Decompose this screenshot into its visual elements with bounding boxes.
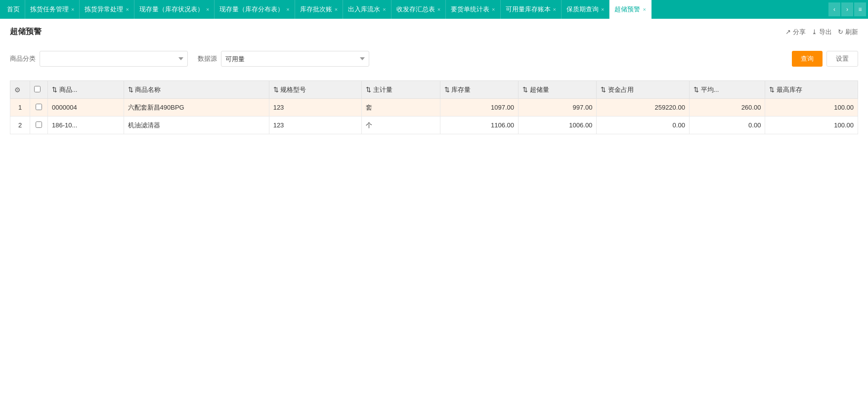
category-filter-group: 商品分类 — [10, 51, 188, 67]
row-spec: 123 — [269, 99, 362, 117]
row-gear-cell: 1 — [10, 99, 30, 117]
header-actions: ↗ 分享 ⤓ 导出 ↻ 刷新 — [785, 28, 858, 37]
category-label: 商品分类 — [10, 54, 36, 63]
tab-close-stock-status[interactable]: × — [206, 6, 209, 12]
tab-stock-dist[interactable]: 现存量（库存分布表）× — [215, 0, 295, 19]
col-stock-header[interactable]: ⇅ 库存量 — [440, 81, 518, 99]
top-nav: 首页拣货任务管理×拣货异常处理×现存量（库存状况表）×现存量（库存分布表）×库存… — [0, 0, 868, 19]
row-checkbox[interactable] — [36, 121, 42, 128]
nav-more-button[interactable]: ≡ — [854, 2, 866, 16]
col-product-code-header[interactable]: ⇅ 商品... — [48, 81, 124, 99]
export-icon: ⤓ — [812, 28, 817, 36]
tab-quality[interactable]: 保质期查询× — [562, 0, 609, 19]
page-title: 超储预警 — [10, 27, 42, 37]
export-button[interactable]: ⤓ 导出 — [812, 28, 832, 37]
col-spec-header[interactable]: ⇅ 规格型号 — [269, 81, 362, 99]
tab-close-task-mgmt[interactable]: × — [71, 6, 74, 12]
tab-close-abnormal[interactable]: × — [126, 6, 129, 12]
tab-close-quality[interactable]: × — [601, 6, 604, 12]
tab-avail-stock[interactable]: 可用量库存账本× — [501, 0, 562, 19]
tab-close-stock-dist[interactable]: × — [286, 6, 289, 12]
tab-close-order-stat[interactable]: × — [492, 6, 495, 12]
tab-close-batch[interactable]: × — [335, 6, 338, 12]
tab-batch[interactable]: 库存批次账× — [295, 0, 343, 19]
tab-close-avail-stock[interactable]: × — [553, 6, 556, 12]
tab-abnormal[interactable]: 拣货异常处理× — [80, 0, 134, 19]
col-gear-header: ⚙ — [10, 81, 30, 99]
col-capital-header[interactable]: ⇅ 资金占用 — [597, 81, 690, 99]
table-row: 1 0000004 六配套新昌490BPG 123 套 1097.00 997.… — [10, 99, 858, 117]
refresh-button[interactable]: ↻ 刷新 — [838, 28, 858, 37]
share-button[interactable]: ↗ 分享 — [785, 28, 806, 37]
query-button[interactable]: 查询 — [792, 51, 823, 67]
row-spec: 123 — [269, 117, 362, 134]
nav-next-button[interactable]: › — [841, 2, 853, 16]
table-container: ⚙ ⇅ 商品... ⇅ 商品名称 ⇅ 规格型号 ⇅ 主计量 — [10, 80, 858, 134]
col-avg-header[interactable]: ⇅ 平均... — [689, 81, 765, 99]
table-header-row: ⚙ ⇅ 商品... ⇅ 商品名称 ⇅ 规格型号 ⇅ 主计量 — [10, 81, 858, 99]
row-checkbox[interactable] — [36, 104, 42, 110]
col-check-header — [30, 81, 48, 99]
tab-close-collect[interactable]: × — [437, 6, 440, 12]
row-product-code: 186-10... — [48, 117, 124, 134]
filter-area: 商品分类 数据源 可用量 库存量 查询 设置 — [10, 45, 858, 73]
col-unit-header[interactable]: ⇅ 主计量 — [362, 81, 440, 99]
col-overstock-header[interactable]: ⇅ 超储量 — [518, 81, 596, 99]
tab-order-stat[interactable]: 要货单统计表× — [446, 0, 500, 19]
tab-overstock[interactable]: 超储预警× — [609, 0, 651, 19]
row-overstock: 997.00 — [518, 99, 596, 117]
tab-task-mgmt[interactable]: 拣货任务管理× — [25, 0, 80, 19]
refresh-icon: ↻ — [838, 28, 843, 36]
settings-button[interactable]: 设置 — [826, 51, 858, 67]
tab-inout[interactable]: 出入库流水× — [343, 0, 391, 19]
datasource-select[interactable]: 可用量 库存量 — [221, 51, 369, 67]
select-all-checkbox[interactable] — [34, 86, 41, 92]
row-unit: 套 — [362, 99, 440, 117]
row-avg: 260.00 — [689, 99, 765, 117]
row-stock: 1106.00 — [440, 117, 518, 134]
table-row: 2 186-10... 机油滤清器 123 个 1106.00 1006.00 … — [10, 117, 858, 134]
share-icon: ↗ — [785, 28, 791, 36]
nav-arrows: ‹ › ≡ — [828, 2, 866, 16]
filter-buttons: 查询 设置 — [792, 51, 858, 67]
category-select[interactable] — [40, 51, 188, 67]
tab-stock-status[interactable]: 现存量（库存状况表）× — [134, 0, 215, 19]
data-table: ⚙ ⇅ 商品... ⇅ 商品名称 ⇅ 规格型号 ⇅ 主计量 — [10, 80, 858, 134]
datasource-filter-group: 数据源 可用量 库存量 — [198, 51, 369, 67]
row-maxstock: 100.00 — [765, 117, 858, 134]
row-unit: 个 — [362, 117, 440, 134]
settings-gear-icon[interactable]: ⚙ — [14, 86, 21, 94]
datasource-label: 数据源 — [198, 54, 217, 63]
col-maxstock-header[interactable]: ⇅ 最高库存 — [765, 81, 858, 99]
row-product-name: 六配套新昌490BPG — [124, 99, 269, 117]
tab-collect[interactable]: 收发存汇总表× — [391, 0, 446, 19]
tab-home[interactable]: 首页 — [2, 0, 25, 19]
row-gear-cell: 2 — [10, 117, 30, 134]
row-product-code: 0000004 — [48, 99, 124, 117]
tab-close-overstock[interactable]: × — [643, 6, 646, 12]
row-check-cell — [30, 117, 48, 134]
col-product-name-header[interactable]: ⇅ 商品名称 — [124, 81, 269, 99]
row-product-name: 机油滤清器 — [124, 117, 269, 134]
row-maxstock: 100.00 — [765, 99, 858, 117]
tab-close-inout[interactable]: × — [383, 6, 386, 12]
row-check-cell — [30, 99, 48, 117]
nav-prev-button[interactable]: ‹ — [828, 2, 840, 16]
row-overstock: 1006.00 — [518, 117, 596, 134]
row-capital: 259220.00 — [597, 99, 690, 117]
page-container: 超储预警 ↗ 分享 ⤓ 导出 ↻ 刷新 商品分类 数据源 — [0, 19, 868, 395]
page-header: 超储预警 ↗ 分享 ⤓ 导出 ↻ 刷新 — [10, 27, 858, 37]
row-avg: 0.00 — [689, 117, 765, 134]
row-capital: 0.00 — [597, 117, 690, 134]
row-stock: 1097.00 — [440, 99, 518, 117]
